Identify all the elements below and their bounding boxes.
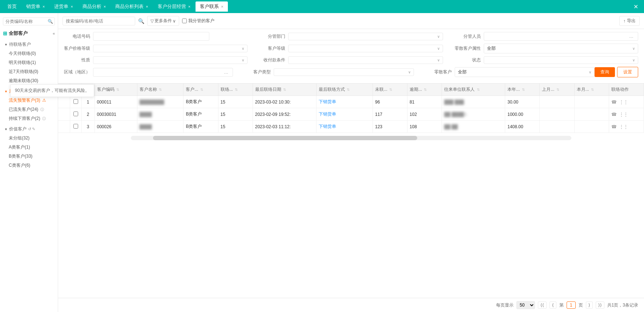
action-more-0[interactable]: ⋮⋮ <box>619 100 628 105</box>
row-person-2: ██ ██ <box>442 121 505 133</box>
row-person-1: ██ ████3. <box>442 108 505 121</box>
filter-field-region: 区域（地区） … <box>64 68 233 77</box>
sidebar-item-today-pending[interactable]: 今天待联络(0) <box>0 49 58 58</box>
row-method-0[interactable]: 下销货单 <box>316 96 373 108</box>
filter-field-status: 状态 ∨ <box>455 56 638 64</box>
row-checkbox-0[interactable] <box>73 99 78 104</box>
triangle-icon: ▼ <box>4 43 8 46</box>
tab-close-customer-segment[interactable]: × <box>188 4 190 9</box>
customer-level-arrow: ∨ <box>437 46 440 50</box>
sidebar-item-class-a[interactable]: A类客户(1) <box>0 143 58 152</box>
tab-customer-contact[interactable]: 客户联系 × <box>196 1 228 12</box>
row-checkbox-1[interactable] <box>73 112 78 116</box>
my-customers-checkbox-label: 我分管的客户 <box>182 18 214 24</box>
edit-icon[interactable]: ✎ <box>32 127 35 131</box>
col-last-month[interactable]: 上月... ⇅ <box>540 84 574 96</box>
price-level-label: 客户价格等级 <box>64 45 93 52</box>
tab-customer-segment[interactable]: 客户分层经营 × <box>153 1 195 12</box>
per-page-select[interactable]: 50 100 <box>516 301 535 309</box>
dept-select[interactable]: ∨ <box>288 33 443 40</box>
col-contact[interactable]: 联络... ⇅ <box>218 84 253 96</box>
customer-level-select[interactable]: ∨ <box>288 45 443 52</box>
window-close-button[interactable]: ✕ <box>631 2 641 12</box>
sidebar-search-input[interactable] <box>3 17 55 25</box>
row-checkbox-2[interactable] <box>73 124 78 129</box>
tab-home[interactable]: 首页 <box>3 1 21 12</box>
col-name[interactable]: 客户名称 ⇅ <box>137 84 184 96</box>
first-page-button[interactable]: ⟨⟨ <box>538 301 547 309</box>
tab-sales-order[interactable]: 销货单 × <box>22 1 49 12</box>
tab-close-product-analysis-list[interactable]: × <box>146 4 148 9</box>
tab-close-purchase-order[interactable]: × <box>71 4 73 9</box>
tab-close-customer-contact[interactable]: × <box>221 4 223 9</box>
region-select[interactable]: … <box>93 68 233 77</box>
customer-type-select[interactable]: ∨ <box>274 68 414 76</box>
action-more-1[interactable]: ⋮⋮ <box>619 112 628 117</box>
refresh-icon[interactable]: ↺ <box>28 127 31 131</box>
prev-page-button[interactable]: ⟨ <box>550 301 556 309</box>
pagination-total: 共1页，3条记录 <box>607 302 638 308</box>
status-select[interactable]: ∨ <box>484 56 638 64</box>
row-index-2: 3 <box>81 121 94 133</box>
filter-field-customer-type: 客户类型 ∨ <box>245 68 414 76</box>
main-layout: 🔍 ⊞ 全部客户 « ▼ 待联络客户 今天待联络(0) 明天待联络(1) 近7天… <box>0 13 644 312</box>
col-contact-person[interactable]: 往来单位联系人 ⇅ <box>442 84 505 96</box>
sidebar-item-tomorrow-pending[interactable]: 明天待联络(1) <box>0 58 58 67</box>
last-page-button[interactable]: ⟩⟩ <box>596 301 604 309</box>
sort-icon-person: ⇅ <box>477 88 480 92</box>
col-this-month[interactable]: 本月... ⇅ <box>574 84 609 96</box>
price-level-select[interactable]: ∨ <box>93 45 247 52</box>
filter-search-input[interactable] <box>63 17 135 25</box>
scatter-attr-select[interactable]: 全部 ∨ <box>484 44 638 53</box>
action-phone-0[interactable]: ☎ <box>611 100 617 105</box>
search-icon: 🔍 <box>48 19 53 24</box>
phone-input[interactable] <box>93 32 209 41</box>
sidebar-item-churn-warning[interactable]: 流失预警客户(3) ⚠ <box>0 96 58 105</box>
filter-field-customer-level: 客户等级 ∨ <box>259 45 443 52</box>
sidebar-item-churned[interactable]: 已流失客户(24) ⓘ <box>0 105 58 114</box>
filter-search-button[interactable]: 🔍 <box>138 18 144 24</box>
query-button[interactable]: 查询 <box>595 67 615 77</box>
tab-product-analysis-list[interactable]: 商品分析列表 × <box>111 1 152 12</box>
next-page-button[interactable]: ⟩ <box>586 301 593 309</box>
manager-dots: … <box>628 34 635 39</box>
table-container: ⚙ 客户编码 ⇅ 客户名称 ⇅ <box>58 84 644 298</box>
tab-purchase-order[interactable]: 进货单 × <box>50 1 77 12</box>
tab-close-product-analysis[interactable]: × <box>104 4 106 9</box>
sidebar-item-unclassified[interactable]: 未分组(32) <box>0 134 58 143</box>
sidebar-group-value-header[interactable]: ▼ 价值客户 ↺ ✎ <box>0 125 58 134</box>
col-type[interactable]: 客户... ⇅ <box>184 84 218 96</box>
col-last-contact-method[interactable]: 最后联络方式 ⇅ <box>316 84 373 96</box>
col-last-contact-date[interactable]: 最后联络日期 ⇅ <box>253 84 316 96</box>
sidebar-item-declining[interactable]: 持续下滑客户(2) ⓘ <box>0 114 58 123</box>
settings-button[interactable]: 设置 <box>617 67 638 77</box>
tab-close-sales-order[interactable]: × <box>43 4 45 9</box>
col-no-contact[interactable]: 未联... ⇅ <box>373 84 407 96</box>
action-more-2[interactable]: ⋮⋮ <box>619 124 628 129</box>
col-overdue[interactable]: 逾期... ⇅ <box>407 84 442 96</box>
row-settings-2 <box>58 121 70 133</box>
scatter-customer-select[interactable]: 全部 ∨ <box>455 67 595 77</box>
sort-icon-last-month: ⇅ <box>556 88 559 92</box>
horizontal-scrollbar[interactable] <box>131 136 571 140</box>
all-customers-header[interactable]: ⊞ 全部客户 « <box>0 28 58 39</box>
col-code[interactable]: 客户编码 ⇅ <box>94 84 137 96</box>
row-method-2[interactable]: 下销货单 <box>316 121 373 133</box>
filter-more-conditions-button[interactable]: ▽ 更多条件 ∨ <box>147 16 179 26</box>
sidebar-item-class-b[interactable]: B类客户(33) <box>0 152 58 161</box>
my-customers-checkbox[interactable] <box>182 19 187 23</box>
sidebar-item-7days-pending[interactable]: 近7天待联络(0) <box>0 67 58 76</box>
sidebar-item-class-c[interactable]: C类客户(6) <box>0 161 58 170</box>
payment-select[interactable]: ∨ <box>288 56 443 64</box>
col-this-year[interactable]: 本年... ⇅ <box>505 84 540 96</box>
nature-select[interactable]: ∨ <box>93 56 247 64</box>
filter-row-2: 客户价格等级 ∨ 客户等级 ∨ 零散客户属性 <box>64 44 638 53</box>
sidebar-collapse-btn[interactable]: « <box>53 31 55 36</box>
action-phone-1[interactable]: ☎ <box>611 112 617 117</box>
manager-select[interactable]: … <box>484 32 638 41</box>
sidebar-group-pending-header[interactable]: ▼ 待联络客户 <box>0 40 58 49</box>
tab-product-analysis[interactable]: 商品分析 × <box>78 1 110 12</box>
action-phone-2[interactable]: ☎ <box>611 124 617 129</box>
row-method-1[interactable]: 下销货单 <box>316 108 373 121</box>
export-button[interactable]: ↑ 导出 <box>619 16 640 26</box>
